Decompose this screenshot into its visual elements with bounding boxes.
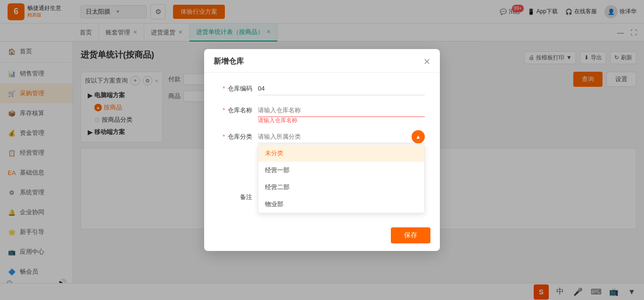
new-warehouse-dialog: 新增仓库 ✕ * 仓库编码 * 仓库名称 请输入仓库名称 (204, 49, 440, 251)
category-arrow-button[interactable]: ▲ (412, 130, 425, 143)
form-row-code: * 仓库编码 (219, 82, 425, 95)
dept2-label: 经营二部 (265, 183, 289, 191)
dropdown-item-dept1[interactable]: 经营一部 (258, 162, 424, 179)
note-label: 备注 (219, 193, 252, 201)
name-input[interactable] (258, 104, 425, 117)
name-error-msg: 请输入仓库名称 (258, 117, 297, 125)
dropdown-item-unclassified[interactable]: 未分类 (258, 145, 424, 162)
dialog-body: * 仓库编码 * 仓库名称 请输入仓库名称 * 仓库分类 (204, 73, 440, 222)
dialog-header: 新增仓库 ✕ (204, 49, 440, 73)
dialog-title: 新增仓库 (214, 57, 244, 67)
dropdown-item-property[interactable]: 物业部 (258, 196, 424, 213)
chevron-up-icon: ▲ (415, 133, 421, 140)
dialog-overlay: 新增仓库 ✕ * 仓库编码 * 仓库名称 请输入仓库名称 (0, 0, 644, 300)
category-select-wrapper: ▲ 未分类 经营一部 经营二部 物业部 (258, 130, 425, 143)
category-input[interactable] (258, 130, 425, 143)
required-star-code: * (223, 85, 225, 92)
category-dropdown: 未分类 经营一部 经营二部 物业部 (258, 144, 425, 213)
dropdown-item-dept2[interactable]: 经营二部 (258, 179, 424, 196)
category-label: * 仓库分类 (219, 133, 252, 141)
required-star-name: * (223, 107, 225, 114)
form-row-category: * 仓库分类 ▲ 未分类 经营一部 (219, 130, 425, 143)
required-star-category: * (223, 133, 225, 140)
name-label: * 仓库名称 (219, 106, 252, 115)
code-input[interactable] (258, 82, 425, 95)
unclassified-label: 未分类 (265, 150, 283, 157)
property-label: 物业部 (265, 200, 283, 208)
dialog-close-button[interactable]: ✕ (423, 58, 430, 66)
code-label: * 仓库编码 (219, 84, 252, 93)
dept1-label: 经营一部 (265, 167, 289, 174)
form-row-name: * 仓库名称 请输入仓库名称 (219, 104, 425, 117)
dialog-footer: 保存 (204, 222, 440, 251)
save-button[interactable]: 保存 (391, 227, 430, 243)
